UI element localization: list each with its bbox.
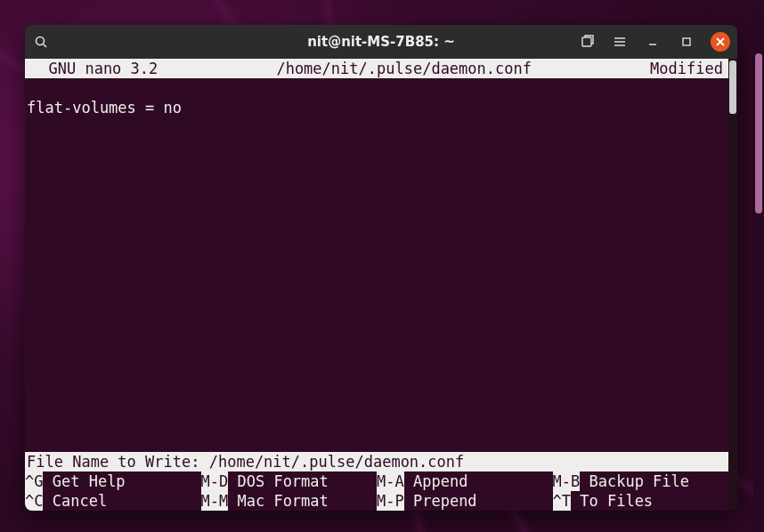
write-prompt: File Name to Write: — [25, 452, 728, 472]
svg-point-0 — [37, 37, 45, 45]
svg-rect-7 — [683, 38, 690, 45]
help-key: M-A — [377, 472, 404, 491]
terminal-window: nit@nit-MS-7B85: ~ — [25, 25, 737, 511]
editor-area[interactable]: flat-volumes = no — [25, 78, 728, 452]
help-dos-format: M-D DOS Format — [201, 472, 378, 491]
help-to-files: ^T To Files — [553, 491, 729, 511]
help-key: ^G — [25, 472, 43, 491]
editor-line: flat-volumes = no — [25, 98, 728, 117]
help-desc: To Files — [571, 491, 653, 511]
nano-header: GNU nano 3.2 /home/nit/.pulse/daemon.con… — [25, 59, 728, 78]
help-desc: Prepend — [404, 491, 477, 511]
minimize-button[interactable] — [643, 32, 662, 52]
svg-line-1 — [44, 44, 47, 48]
desktop-scrollbar-thumb[interactable] — [755, 53, 762, 214]
help-desc: Get Help — [43, 472, 125, 491]
help-get-help: ^G Get Help — [25, 472, 201, 491]
help-prepend: M-P Prepend — [377, 491, 553, 511]
nano-help: ^G Get Help M-D DOS Format M-A Append M-… — [25, 472, 728, 511]
help-desc: DOS Format — [228, 472, 329, 491]
nano-file-path: /home/nit/.pulse/daemon.conf — [163, 59, 645, 78]
help-desc: Backup File — [580, 472, 689, 491]
help-key: M-D — [201, 472, 229, 491]
maximize-button[interactable] — [677, 32, 696, 52]
help-desc: Mac Format — [228, 491, 329, 511]
help-key: ^T — [553, 491, 571, 511]
terminal-scrollbar[interactable] — [728, 59, 737, 511]
help-desc: Append — [404, 472, 468, 491]
help-key: M-M — [201, 491, 229, 511]
nano-status: Modified — [645, 59, 728, 78]
close-button[interactable] — [711, 32, 730, 52]
help-desc: Cancel — [43, 491, 107, 511]
hamburger-menu-icon[interactable] — [611, 33, 629, 51]
write-prompt-label: File Name to Write: — [25, 452, 209, 472]
nano-app-name: GNU nano 3.2 — [25, 59, 163, 78]
svg-rect-2 — [582, 37, 591, 46]
help-cancel: ^C Cancel — [25, 491, 201, 511]
desktop-scrollbar[interactable] — [753, 0, 764, 532]
help-key: M-P — [377, 491, 404, 511]
terminal-scrollbar-thumb[interactable] — [729, 60, 736, 114]
write-prompt-input[interactable] — [209, 452, 728, 472]
search-icon[interactable] — [32, 33, 50, 51]
help-mac-format: M-M Mac Format — [201, 491, 378, 511]
help-append: M-A Append — [377, 472, 553, 491]
help-key: M-B — [553, 472, 581, 491]
window-titlebar: nit@nit-MS-7B85: ~ — [25, 25, 737, 59]
help-key: ^C — [25, 491, 43, 511]
new-tab-icon[interactable] — [579, 33, 597, 51]
help-backup-file: M-B Backup File — [553, 472, 729, 491]
terminal-body[interactable]: GNU nano 3.2 /home/nit/.pulse/daemon.con… — [25, 59, 737, 511]
